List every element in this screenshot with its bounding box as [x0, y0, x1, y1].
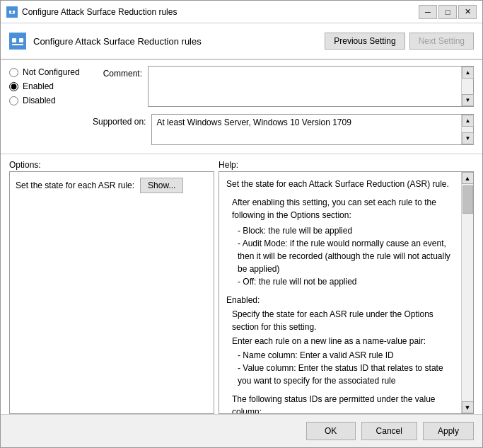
help-line-2: After enabling this setting, you can set… — [226, 196, 454, 222]
help-line-10: - Value column: Enter the status ID that… — [226, 362, 454, 387]
help-line-4: - Audit Mode: if the rule would normally… — [226, 237, 454, 275]
comment-content[interactable] — [149, 67, 461, 106]
svg-rect-0 — [8, 8, 16, 16]
svg-rect-3 — [9, 13, 15, 14]
help-label: Help: — [219, 160, 238, 170]
right-section: Comment: ▲ ▼ Supported on: At least — [93, 60, 482, 151]
svg-rect-4 — [9, 33, 26, 50]
supported-scroll-down[interactable]: ▼ — [462, 132, 474, 144]
svg-rect-1 — [9, 11, 11, 13]
title-bar-text: Configure Attack Surface Reduction rules — [22, 7, 414, 17]
enabled-label: Enabled — [23, 81, 54, 91]
help-scrollbar: ▲ ▼ — [461, 172, 473, 413]
help-line-8: Enter each rule on a new line as a name-… — [226, 335, 454, 348]
options-label: Options: — [9, 160, 41, 170]
help-scroll-down[interactable]: ▼ — [462, 401, 474, 413]
apply-button[interactable]: Apply — [423, 422, 474, 440]
header-icon — [9, 33, 26, 50]
radio-group: Not Configured Enabled Disabled — [1, 60, 93, 151]
enabled-radio[interactable] — [9, 82, 18, 91]
top-section: Not Configured Enabled Disabled Comment: — [1, 60, 482, 151]
help-scroll-thumb[interactable] — [462, 185, 473, 214]
disabled-label: Disabled — [23, 96, 56, 105]
help-header-label: Help: — [214, 160, 474, 170]
title-bar: Configure Attack Surface Reduction rules… — [1, 1, 482, 23]
not-configured-radio-item[interactable]: Not Configured — [9, 67, 84, 77]
help-line-9: - Name column: Enter a valid ASR rule ID — [226, 349, 454, 362]
maximize-button[interactable]: □ — [438, 5, 457, 19]
svg-rect-5 — [12, 38, 16, 42]
header-buttons: Previous Setting Next Setting — [325, 33, 474, 50]
title-bar-icon — [6, 6, 18, 18]
bottom-bar: OK Cancel Apply — [1, 414, 482, 447]
main-window: Configure Attack Surface Reduction rules… — [0, 0, 483, 448]
content-area: Not Configured Enabled Disabled Comment: — [1, 60, 482, 414]
svg-rect-2 — [13, 11, 15, 13]
next-setting-button[interactable]: Next Setting — [409, 33, 474, 50]
not-configured-label: Not Configured — [23, 67, 80, 77]
title-bar-controls: ─ □ ✕ — [419, 5, 477, 19]
help-panel: Set the state for each Attack Surface Re… — [219, 171, 474, 414]
svg-rect-6 — [19, 38, 23, 42]
help-text: Set the state for each Attack Surface Re… — [219, 172, 461, 413]
enabled-radio-item[interactable]: Enabled — [9, 81, 84, 91]
header-bar: Configure Attack Surface Reduction rules… — [1, 23, 482, 60]
help-line-7: Specify the state for each ASR rule unde… — [226, 308, 454, 333]
cancel-button[interactable]: Cancel — [361, 422, 417, 440]
help-line-6: Enabled: — [226, 294, 454, 306]
svg-rect-7 — [12, 44, 23, 45]
supported-label: Supported on: — [93, 114, 146, 127]
help-line-5: - Off: the rule will not be applied — [226, 275, 454, 288]
asr-rule-row: Set the state for each ASR rule: Show... — [16, 178, 208, 193]
not-configured-radio[interactable] — [9, 68, 18, 77]
options-header-label: Options: — [9, 160, 214, 170]
options-panel: Set the state for each ASR rule: Show... — [9, 171, 214, 414]
supported-box: At least Windows Server, Windows 10 Vers… — [151, 114, 474, 145]
supported-content: At least Windows Server, Windows 10 Vers… — [152, 115, 461, 144]
comment-scrollbar: ▲ ▼ — [461, 67, 473, 106]
comment-box: ▲ ▼ — [148, 66, 474, 107]
prev-setting-button[interactable]: Previous Setting — [325, 33, 405, 50]
comment-scroll-down[interactable]: ▼ — [462, 94, 474, 106]
help-line-1: Set the state for each Attack Surface Re… — [226, 178, 454, 190]
comment-scroll-up[interactable]: ▲ — [462, 67, 474, 79]
help-line-11: The following status IDs are permitted u… — [226, 393, 454, 413]
comment-label: Comment: — [93, 66, 142, 79]
disabled-radio[interactable] — [9, 96, 18, 105]
supported-scroll-up[interactable]: ▲ — [462, 115, 474, 127]
close-button[interactable]: ✕ — [458, 5, 477, 19]
show-button[interactable]: Show... — [140, 178, 183, 193]
help-line-3: - Block: the rule will be applied — [226, 224, 454, 237]
panels-header: Options: Help: — [1, 157, 482, 171]
header-title: Configure Attack Surface Reduction rules — [33, 36, 318, 47]
supported-scrollbar: ▲ ▼ — [461, 115, 473, 144]
help-scroll-up[interactable]: ▲ — [462, 172, 474, 184]
minimize-button[interactable]: ─ — [419, 5, 437, 19]
section-divider — [1, 154, 482, 154]
two-panel: Set the state for each ASR rule: Show...… — [1, 171, 482, 414]
ok-button[interactable]: OK — [306, 422, 356, 440]
asr-rule-label: Set the state for each ASR rule: — [16, 180, 134, 190]
disabled-radio-item[interactable]: Disabled — [9, 96, 84, 105]
